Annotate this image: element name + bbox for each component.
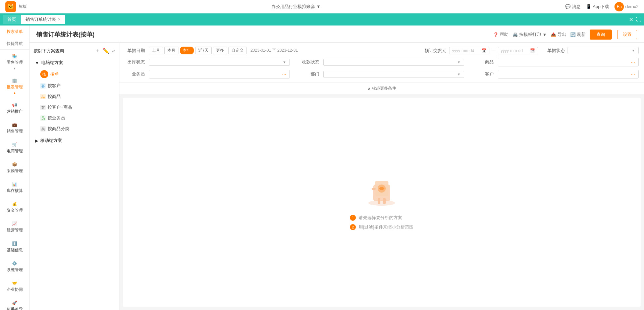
operation-icon: 📈 <box>12 221 17 226</box>
sidebar-item-wholesale[interactable]: 🏢 批发管理 ▲ <box>0 74 29 99</box>
date-range-text: 2023-01-01 至 2023-12-31 <box>251 48 298 53</box>
date-btn-last-month[interactable]: 上月 <box>149 47 163 54</box>
help-button[interactable]: ❓ 帮助 <box>493 32 508 38</box>
finance-icon: 💰 <box>12 202 17 206</box>
salesperson-input[interactable]: ··· <box>149 70 290 79</box>
top-bar: 🐱 标版 办公用品行业模拟账套 ▼ 💬 消息 📱 App下载 Ea demo2 <box>0 0 644 13</box>
page-actions: ❓ 帮助 🖨️ 按模板打印 ▼ 📤 导出 🔄 刷新 查询 设置 <box>493 30 637 40</box>
refresh-button[interactable]: 🔄 刷新 <box>570 32 586 38</box>
print-icon: 🖨️ <box>513 32 518 37</box>
sales-icon: 💼 <box>12 122 17 127</box>
goods-input[interactable]: ··· <box>498 58 639 66</box>
chevron-up-icon: ▲ <box>13 91 16 95</box>
empty-state-icon <box>362 174 402 208</box>
top-bar-left: 🐱 标版 <box>5 1 27 12</box>
date-btn-custom[interactable]: 自定义 <box>228 47 247 54</box>
sidebar-search[interactable]: 搜索菜单 <box>0 25 29 38</box>
scheme-group-mobile-title[interactable]: ▶ 移动端方案 <box>30 136 119 146</box>
customer-goods-scheme-icon: 客 <box>40 105 46 110</box>
tab-sales-order[interactable]: 销售订单统计表 × <box>21 15 65 24</box>
date-btn-more[interactable]: 更多 <box>213 47 227 54</box>
expected-date-start[interactable]: yyyy-mm-dd 📅 <box>449 47 489 54</box>
collapse-label: 收起更多条件 <box>372 86 396 91</box>
customer-input[interactable]: ··· <box>498 70 639 79</box>
top-bar-right: 💬 消息 📱 App下载 Ea demo2 <box>565 2 639 11</box>
svg-rect-6 <box>372 188 376 190</box>
date-label: 单据日期 <box>125 48 145 54</box>
status-select[interactable]: ▼ <box>568 47 639 54</box>
salesperson-scheme-icon: 员 <box>40 115 46 121</box>
tab-close-icon[interactable]: × <box>58 17 60 22</box>
query-button[interactable]: 查询 <box>590 30 612 40</box>
phone-icon: 📱 <box>586 4 591 9</box>
goods-more-icon[interactable]: ··· <box>631 59 635 65</box>
message-button[interactable]: 💬 消息 <box>565 4 581 10</box>
empty-tip-1: 1 请先选择要分析的方案 <box>350 215 413 221</box>
settings-button[interactable]: 设置 <box>617 30 637 39</box>
help-icon: ❓ <box>493 32 498 37</box>
sidebar-item-sales[interactable]: 💼 销售管理 <box>0 118 29 138</box>
inventory-icon: 📊 <box>12 182 17 187</box>
add-scheme-icon[interactable]: ＋ <box>95 47 100 54</box>
purchase-icon: 📦 <box>12 162 17 167</box>
sidebar-quick-nav[interactable]: 快捷导航 <box>0 38 29 50</box>
expected-date-end[interactable]: yyyy-mm-dd 📅 <box>498 47 538 54</box>
ship-status-select[interactable]: ▼ <box>149 59 290 66</box>
customer-more-icon[interactable]: ··· <box>631 71 635 77</box>
window-close-button[interactable]: ✕ <box>629 16 633 23</box>
goods-label: 商品 <box>474 59 494 65</box>
print-button[interactable]: 🖨️ 按模板打印 ▼ <box>513 32 547 38</box>
left-panel-icons: ＋ ✏️ « <box>95 47 115 54</box>
sidebar-item-ecommerce[interactable]: 🛒 电商管理 <box>0 138 29 158</box>
main-layout: 搜索菜单 快捷导航 🏪 零售管理 ▼ 🏢 批发管理 ▲ 📢 营销推广 💼 销售管… <box>0 25 644 310</box>
edit-scheme-icon[interactable]: ✏️ <box>103 48 109 54</box>
sidebar-item-enterprise[interactable]: 🤝 企业协同 <box>0 277 29 297</box>
sidebar-item-system[interactable]: ⚙️ 系统管理 <box>0 257 29 277</box>
sidebar-item-finance[interactable]: 💰 资金管理 <box>0 198 29 217</box>
sidebar: 搜索菜单 快捷导航 🏪 零售管理 ▼ 🏢 批发管理 ▲ 📢 营销推广 💼 销售管… <box>0 25 30 310</box>
customer-label: 客户 <box>474 71 494 77</box>
scheme-item-by-category[interactable]: 类 按商品分类 <box>30 123 119 134</box>
payment-status-select[interactable]: ▼ <box>323 59 464 66</box>
app-subtitle: 标版 <box>19 4 27 9</box>
window-maximize-button[interactable]: ⛶ <box>636 16 641 23</box>
sidebar-item-retail[interactable]: 🏪 零售管理 ▼ <box>0 50 29 74</box>
scheme-item-by-order[interactable]: 按 按单 <box>30 68 119 81</box>
collapse-panel-icon[interactable]: « <box>112 48 115 54</box>
app-download-button[interactable]: 📱 App下载 <box>586 4 609 10</box>
scheme-group-pc-title[interactable]: ▼ 电脑端方案 <box>30 58 119 68</box>
export-button[interactable]: 📤 导出 <box>551 32 566 38</box>
tip-num-1: 1 <box>350 215 356 221</box>
date-btn-this-year[interactable]: 本年 <box>180 47 194 54</box>
sidebar-item-inventory[interactable]: 📊 库存核算 <box>0 178 29 198</box>
user-menu[interactable]: Ea demo2 <box>614 2 639 11</box>
scheme-item-by-goods[interactable]: 品 按商品 <box>30 91 119 102</box>
scheme-item-by-salesperson[interactable]: 员 按业务员 <box>30 113 119 123</box>
page-title: 销售订单统计表(按单) <box>36 31 95 39</box>
department-select[interactable]: ▼ <box>323 71 464 78</box>
sidebar-item-marketing[interactable]: 📢 营销推广 <box>0 99 29 118</box>
status-area: 单据状态 ▼ <box>545 47 639 54</box>
date-separator: — <box>491 48 496 53</box>
collapse-bar[interactable]: ∧ 收起更多条件 <box>119 83 644 94</box>
sidebar-item-basic[interactable]: ℹ️ 基础信息 <box>0 237 29 257</box>
department-label: 部门 <box>299 71 319 77</box>
sidebar-item-purchase[interactable]: 📦 采购管理 <box>0 158 29 178</box>
expected-date-input: yyyy-mm-dd 📅 — yyyy-mm-dd 📅 <box>449 47 538 54</box>
enterprise-icon: 🤝 <box>12 281 17 286</box>
scheme-item-by-customer-goods[interactable]: 客 按客户+商品 <box>30 102 119 113</box>
tab-home[interactable]: 首页 <box>3 15 21 24</box>
basic-icon: ℹ️ <box>12 241 17 246</box>
app-title-center[interactable]: 办公用品行业模拟账套 ▼ <box>271 4 321 10</box>
message-icon: 💬 <box>565 4 571 9</box>
wholesale-icon: 🏢 <box>12 78 17 83</box>
calendar-start-icon[interactable]: 📅 <box>481 48 486 53</box>
sidebar-item-operation[interactable]: 📈 经营管理 <box>0 217 29 237</box>
salesperson-more-icon[interactable]: ··· <box>282 71 286 77</box>
sidebar-item-newuser[interactable]: 🚀 新手引导 <box>0 297 29 310</box>
dropdown-arrow-icon: ▼ <box>316 4 321 9</box>
scheme-item-by-customer[interactable]: 客 按客户 <box>30 81 119 91</box>
date-btn-last-7-days[interactable]: 近7天 <box>195 47 212 54</box>
date-btn-this-month[interactable]: 本月 <box>164 47 178 54</box>
calendar-end-icon[interactable]: 📅 <box>530 48 535 53</box>
